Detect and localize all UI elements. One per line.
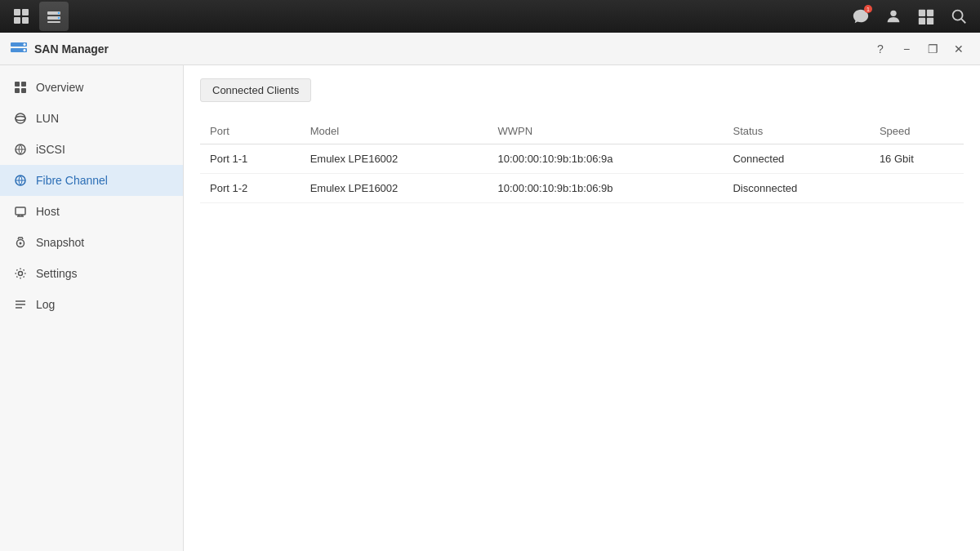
sidebar-label-iscsi: iSCSI <box>36 143 65 156</box>
settings-icon <box>13 266 28 281</box>
san-manager-taskbar-icon[interactable] <box>39 2 69 31</box>
sidebar-item-lun[interactable]: LUN <box>0 103 183 134</box>
cell-model: Emulex LPE16002 <box>301 144 488 174</box>
sidebar-label-host: Host <box>36 205 60 218</box>
app-title: SAN Manager <box>34 42 109 56</box>
snapshot-icon <box>13 235 28 250</box>
svg-rect-30 <box>16 207 25 215</box>
cell-port: Port 1-2 <box>200 174 301 203</box>
svg-rect-1 <box>22 9 29 16</box>
lun-icon <box>13 111 28 126</box>
sidebar-item-snapshot[interactable]: Snapshot <box>0 227 183 258</box>
svg-rect-11 <box>927 10 933 16</box>
svg-point-25 <box>16 117 25 121</box>
svg-point-9 <box>890 11 896 16</box>
svg-point-14 <box>953 11 963 20</box>
chat-icon[interactable]: 1 <box>846 2 875 31</box>
sidebar-item-iscsi[interactable]: iSCSI <box>0 134 183 165</box>
sidebar-item-overview[interactable]: Overview <box>0 72 183 103</box>
svg-rect-6 <box>47 21 60 23</box>
cell-status: Disconnected <box>723 174 869 203</box>
cell-speed <box>870 174 964 203</box>
section-title: Connected Clients <box>200 78 311 102</box>
svg-rect-22 <box>15 88 20 93</box>
svg-point-18 <box>24 43 26 46</box>
cell-speed: 16 Gbit <box>870 144 964 174</box>
cell-wwpn: 10:00:00:10:9b:1b:06:9a <box>488 144 724 174</box>
grid-icon[interactable] <box>7 2 36 31</box>
content-area: Connected Clients Port Model WWPN Status… <box>184 65 980 551</box>
col-header-status: Status <box>723 118 869 144</box>
table-row: Port 1-1 Emulex LPE16002 10:00:00:10:9b:… <box>200 144 964 174</box>
chat-badge: 1 <box>864 5 872 13</box>
sidebar: Overview LUN iSCSI Fibre Channel <box>0 65 184 551</box>
svg-point-35 <box>20 242 22 245</box>
svg-point-36 <box>19 272 23 276</box>
taskbar-right: 1 <box>846 2 973 31</box>
log-icon <box>13 297 28 312</box>
cell-wwpn: 10:00:00:10:9b:1b:06:9b <box>488 174 724 203</box>
svg-rect-20 <box>15 82 20 87</box>
fibre-channel-icon <box>13 173 28 188</box>
svg-point-19 <box>24 49 26 51</box>
sidebar-item-fibre-channel[interactable]: Fibre Channel <box>0 165 183 196</box>
svg-rect-2 <box>14 17 20 24</box>
cell-port: Port 1-1 <box>200 144 301 174</box>
sidebar-label-lun: LUN <box>36 112 59 125</box>
iscsi-icon <box>13 142 28 157</box>
title-bar-left: SAN Manager <box>10 40 109 58</box>
svg-line-15 <box>961 19 965 23</box>
svg-point-24 <box>16 113 25 123</box>
svg-rect-13 <box>927 18 933 24</box>
sidebar-label-fibre-channel: Fibre Channel <box>36 174 108 187</box>
taskbar: 1 <box>0 0 980 33</box>
svg-rect-3 <box>22 17 29 24</box>
overview-icon <box>13 80 28 95</box>
connected-clients-table: Port Model WWPN Status Speed Port 1-1 Em… <box>200 118 964 203</box>
title-bar: SAN Manager ? − ❐ ✕ <box>0 33 980 65</box>
sidebar-item-host[interactable]: Host <box>0 196 183 227</box>
svg-rect-0 <box>14 9 20 16</box>
svg-rect-10 <box>919 10 925 16</box>
svg-rect-21 <box>21 82 26 87</box>
host-icon <box>13 204 28 219</box>
sidebar-label-overview: Overview <box>36 81 83 94</box>
table-row: Port 1-2 Emulex LPE16002 10:00:00:10:9b:… <box>200 174 964 203</box>
sidebar-label-settings: Settings <box>36 267 78 280</box>
app-icon <box>10 40 28 58</box>
taskbar-left <box>7 2 69 31</box>
app-window: SAN Manager ? − ❐ ✕ Overview LUN <box>0 33 980 551</box>
restore-button[interactable]: ❐ <box>921 38 944 60</box>
svg-rect-23 <box>21 88 26 93</box>
user-icon[interactable] <box>879 2 908 31</box>
windows-icon[interactable] <box>911 2 941 31</box>
close-button[interactable]: ✕ <box>947 38 970 60</box>
cell-status: Connected <box>723 144 869 174</box>
title-bar-right: ? − ❐ ✕ <box>869 38 970 60</box>
sidebar-item-settings[interactable]: Settings <box>0 258 183 289</box>
help-button[interactable]: ? <box>869 38 892 60</box>
cell-model: Emulex LPE16002 <box>301 174 488 203</box>
search-icon[interactable] <box>944 2 973 31</box>
col-header-model: Model <box>301 118 488 144</box>
sidebar-label-log: Log <box>36 298 55 311</box>
sidebar-label-snapshot: Snapshot <box>36 236 84 249</box>
minimize-button[interactable]: − <box>895 38 918 60</box>
col-header-port: Port <box>200 118 301 144</box>
svg-point-7 <box>58 12 60 14</box>
svg-rect-12 <box>919 18 925 24</box>
svg-point-8 <box>58 17 60 19</box>
col-header-wwpn: WWPN <box>488 118 724 144</box>
col-header-speed: Speed <box>870 118 964 144</box>
main-layout: Overview LUN iSCSI Fibre Channel <box>0 65 980 551</box>
sidebar-item-log[interactable]: Log <box>0 289 183 320</box>
